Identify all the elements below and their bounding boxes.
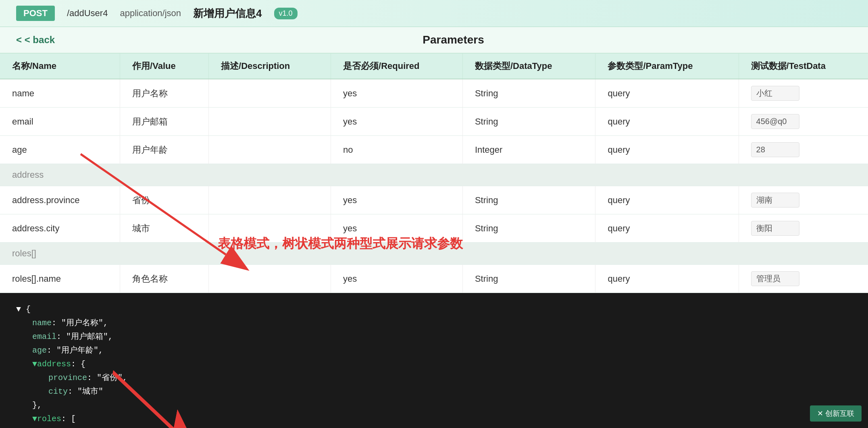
table-row: name用户名称yesStringquery bbox=[0, 79, 868, 108]
content-type: application/json bbox=[120, 8, 181, 19]
cell-description bbox=[209, 79, 331, 108]
back-link[interactable]: < < back bbox=[16, 34, 55, 46]
cell-paramtype: query bbox=[595, 214, 739, 243]
table-group-row: roles[] bbox=[0, 243, 868, 265]
group-header-cell: address bbox=[0, 164, 868, 186]
test-data-input[interactable] bbox=[751, 221, 799, 236]
cell-required: yes bbox=[331, 186, 463, 214]
nav-row: < < back Parameters bbox=[0, 27, 868, 54]
test-data-input[interactable] bbox=[751, 114, 799, 129]
cell-required: no bbox=[331, 136, 463, 164]
col-description: 描述/Description bbox=[209, 54, 331, 79]
json-line-open-brace: ▼ { bbox=[16, 303, 852, 316]
params-table: 名称/Name 作用/Value 描述/Description 是否必须/Req… bbox=[0, 54, 868, 293]
cell-name: roles[].name bbox=[0, 265, 120, 293]
cell-testdata[interactable] bbox=[739, 136, 868, 164]
cell-datatype: String bbox=[462, 108, 595, 136]
table-row: email用户邮箱yesStringquery bbox=[0, 108, 868, 136]
test-data-input[interactable] bbox=[751, 86, 799, 101]
col-testdata: 测试数据/TestData bbox=[739, 54, 868, 79]
table-row: age用户年龄noIntegerquery bbox=[0, 136, 868, 164]
group-header-cell: roles[] bbox=[0, 243, 868, 265]
col-paramtype: 参数类型/ParamType bbox=[595, 54, 739, 79]
watermark: ✕ 创新互联 bbox=[810, 405, 862, 422]
cell-value: 用户名称 bbox=[120, 79, 209, 108]
table-section: 名称/Name 作用/Value 描述/Description 是否必须/Req… bbox=[0, 54, 868, 293]
cell-description bbox=[209, 214, 331, 243]
cell-paramtype: query bbox=[595, 108, 739, 136]
table-header-row: 名称/Name 作用/Value 描述/Description 是否必须/Req… bbox=[0, 54, 868, 79]
cell-paramtype: query bbox=[595, 186, 739, 214]
json-line-age: age: "用户年龄", bbox=[32, 344, 852, 357]
cell-testdata[interactable] bbox=[739, 108, 868, 136]
table-row: address.city城市yesStringquery bbox=[0, 214, 868, 243]
json-line-email: email: "用户邮箱", bbox=[32, 330, 852, 344]
cell-value: 省份 bbox=[120, 186, 209, 214]
cell-testdata[interactable] bbox=[739, 79, 868, 108]
cell-description bbox=[209, 186, 331, 214]
test-data-input[interactable] bbox=[751, 271, 799, 286]
cell-name: address.province bbox=[0, 186, 120, 214]
cell-required: yes bbox=[331, 79, 463, 108]
cell-paramtype: query bbox=[595, 136, 739, 164]
table-row: address.province省份yesStringquery bbox=[0, 186, 868, 214]
json-line-roles-open: ▼roles: [ bbox=[32, 412, 852, 426]
cell-description bbox=[209, 136, 331, 164]
json-section: ▼ { name: "用户名称", email: "用户邮箱", age: "用… bbox=[0, 293, 868, 428]
json-line-address-open: ▼address: { bbox=[32, 357, 852, 371]
cell-datatype: String bbox=[462, 79, 595, 108]
col-datatype: 数据类型/DataType bbox=[462, 54, 595, 79]
cell-paramtype: query bbox=[595, 265, 739, 293]
col-required: 是否必须/Required bbox=[331, 54, 463, 79]
cell-datatype: String bbox=[462, 265, 595, 293]
table-group-row: address bbox=[0, 164, 868, 186]
cell-name: name bbox=[0, 79, 120, 108]
json-line-address-close: }, bbox=[32, 399, 852, 412]
json-line-province: province: "省份", bbox=[48, 371, 852, 385]
version-badge: v1.0 bbox=[274, 8, 298, 19]
json-line-city: city: "城市" bbox=[48, 385, 852, 399]
cell-value: 城市 bbox=[120, 214, 209, 243]
test-data-input[interactable] bbox=[751, 193, 799, 208]
cell-datatype: Integer bbox=[462, 136, 595, 164]
cell-name: address.city bbox=[0, 214, 120, 243]
col-name: 名称/Name bbox=[0, 54, 120, 79]
parameters-title: Parameters bbox=[55, 33, 852, 46]
cell-value: 角色名称 bbox=[120, 265, 209, 293]
cell-value: 用户年龄 bbox=[120, 136, 209, 164]
cell-datatype: String bbox=[462, 214, 595, 243]
api-title: 新增用户信息4 bbox=[193, 6, 262, 21]
cell-paramtype: query bbox=[595, 79, 739, 108]
cell-description bbox=[209, 265, 331, 293]
cell-testdata[interactable] bbox=[739, 186, 868, 214]
cell-required: yes bbox=[331, 214, 463, 243]
cell-name: age bbox=[0, 136, 120, 164]
cell-value: 用户邮箱 bbox=[120, 108, 209, 136]
cell-name: email bbox=[0, 108, 120, 136]
test-data-input[interactable] bbox=[751, 142, 799, 157]
cell-datatype: String bbox=[462, 186, 595, 214]
cell-required: yes bbox=[331, 108, 463, 136]
col-value: 作用/Value bbox=[120, 54, 209, 79]
cell-required: yes bbox=[331, 265, 463, 293]
cell-testdata[interactable] bbox=[739, 214, 868, 243]
api-path: /addUser4 bbox=[67, 8, 108, 19]
json-line-name: name: "用户名称", bbox=[32, 316, 852, 330]
cell-testdata[interactable] bbox=[739, 265, 868, 293]
method-badge: POST bbox=[16, 6, 55, 21]
header-bar: POST /addUser4 application/json 新增用户信息4 … bbox=[0, 0, 868, 27]
json-line-roles-item-open: { bbox=[48, 426, 852, 428]
cell-description bbox=[209, 108, 331, 136]
table-row: roles[].name角色名称yesStringquery bbox=[0, 265, 868, 293]
